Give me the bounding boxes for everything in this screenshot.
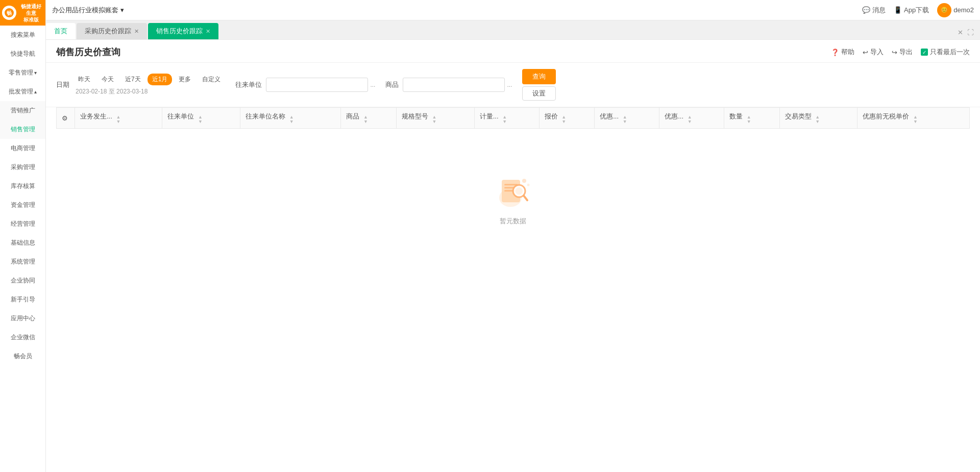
avatar-icon: 😊 — [941, 7, 948, 13]
action-buttons: 查询 设置 — [522, 69, 556, 101]
th-quote[interactable]: 报价 ▲▼ — [539, 108, 594, 129]
svg-point-11 — [527, 184, 530, 186]
checkbox-icon: ✓ — [921, 49, 928, 56]
sort-icon: ▲▼ — [747, 115, 751, 124]
date-btn-7days[interactable]: 近7天 — [120, 74, 145, 85]
th-pretax-price-label: 优惠前无税单价 — [863, 112, 909, 120]
sidebar-item-inventory[interactable]: 库存核算 — [0, 177, 45, 196]
help-icon: ❓ — [831, 49, 839, 56]
export-button[interactable]: ↪ 导出 — [892, 48, 913, 57]
th-biz-date[interactable]: 业务发生... ▲▼ — [75, 108, 162, 129]
date-range-text: 2023-02-18 至 2023-03-18 — [74, 87, 225, 96]
date-btn-more[interactable]: 更多 — [174, 74, 195, 85]
tab-sales-close[interactable]: ✕ — [206, 28, 210, 35]
th-partner-code-label: 往来单位 — [167, 112, 194, 120]
tab-sales[interactable]: 销售历史价跟踪 ✕ — [148, 23, 218, 39]
sidebar-item-sales-mgmt[interactable]: 销售管理 — [0, 120, 45, 139]
sidebar-item-search-menu[interactable]: 搜索菜单 — [0, 26, 45, 44]
table-header: ⚙ 业务发生... ▲▼ 往来单位 ▲▼ 往来单位名称 — [57, 108, 970, 129]
query-button[interactable]: 查询 — [522, 69, 556, 84]
date-filters: 昨天 今天 近7天 近1月 更多 自定义 2023-02-18 至 2023-0… — [74, 74, 225, 96]
product-ellipsis[interactable]: ... — [507, 81, 512, 88]
sort-icon: ▲▼ — [815, 115, 820, 124]
source-unit-filter-group: 往来单位 ... — [235, 78, 375, 92]
import-button[interactable]: ↩ 导入 — [863, 48, 884, 57]
source-unit-ellipsis[interactable]: ... — [370, 81, 375, 88]
product-filter-group: 商品 ... — [385, 78, 512, 92]
close-all-icon[interactable]: ✕ — [958, 29, 963, 36]
product-input[interactable] — [403, 78, 505, 92]
date-btn-1month[interactable]: 近1月 — [148, 74, 173, 85]
th-unit[interactable]: 计量... ▲▼ — [474, 108, 539, 129]
help-button[interactable]: ❓ 帮助 — [831, 48, 854, 57]
date-btn-row: 昨天 今天 近7天 近1月 更多 自定义 — [74, 74, 225, 85]
sidebar-item-wholesale-mgmt[interactable]: 批发管理 ▴ — [0, 82, 45, 101]
app-download-label: App下载 — [904, 6, 929, 15]
tab-home[interactable]: 首页 — [46, 23, 76, 39]
sort-icon: ▲▼ — [289, 115, 294, 124]
th-settings[interactable]: ⚙ — [57, 108, 75, 129]
filter-bar: 日期 昨天 今天 近7天 近1月 更多 自定义 2023-02-18 至 202… — [46, 63, 980, 107]
sort-icon: ▲▼ — [623, 115, 627, 124]
sidebar-item-finance-mgmt[interactable]: 资金管理 — [0, 196, 45, 215]
product-label: 商品 — [385, 80, 399, 89]
app-download-button[interactable]: 📱 App下载 — [894, 6, 929, 15]
sidebar-item-label: 应用中心 — [2, 314, 43, 323]
setting-button[interactable]: 设置 — [522, 86, 556, 101]
sidebar-item-ecom-mgmt[interactable]: 电商管理 — [0, 139, 45, 158]
sidebar-item-purchase-mgmt[interactable]: 采购管理 — [0, 158, 45, 177]
user-name: demo2 — [953, 6, 974, 14]
user-menu[interactable]: 😊 demo2 — [937, 3, 974, 17]
message-button[interactable]: 💬 消息 — [862, 6, 886, 15]
th-spec[interactable]: 规格型号 ▲▼ — [396, 108, 474, 129]
sidebar-item-ops-mgmt[interactable]: 经营管理 — [0, 215, 45, 233]
data-table: ⚙ 业务发生... ▲▼ 往来单位 ▲▼ 往来单位名称 — [56, 107, 970, 129]
th-trade-type-label: 交易类型 — [785, 112, 812, 120]
header-left: 办公用品行业模拟账套 ▾ — [52, 6, 124, 15]
tab-bar: 首页 采购历史价跟踪 ✕ 销售历史价跟踪 ✕ ✕ ⛶ — [46, 20, 980, 40]
sidebar-item-member-club[interactable]: 畅会员 — [0, 347, 45, 366]
sidebar-item-beginner-guide[interactable]: 新手引导 — [0, 290, 45, 309]
tab-purchase-close[interactable]: ✕ — [134, 28, 139, 35]
sidebar-item-sys-mgmt[interactable]: 系统管理 — [0, 252, 45, 271]
th-pretax-price[interactable]: 优惠前无税单价 ▲▼ — [857, 108, 970, 129]
th-product[interactable]: 商品 ▲▼ — [341, 108, 396, 129]
only-last-toggle[interactable]: ✓ 只看最后一次 — [921, 48, 970, 57]
th-discount2-label: 优惠... — [665, 112, 683, 120]
date-label: 日期 — [56, 80, 69, 89]
th-quantity[interactable]: 数量 ▲▼ — [724, 108, 779, 129]
sidebar-item-app-center[interactable]: 应用中心 — [0, 309, 45, 328]
sidebar-item-label: 零售管理 — [9, 68, 33, 77]
sidebar-item-marketing[interactable]: 营销推广 — [0, 101, 45, 120]
sidebar-item-label: 企业微信 — [2, 333, 43, 342]
th-discount1[interactable]: 优惠... ▲▼ — [595, 108, 659, 129]
date-btn-custom[interactable]: 自定义 — [198, 74, 225, 85]
maximize-icon[interactable]: ⛶ — [967, 29, 974, 36]
tab-home-label: 首页 — [54, 27, 67, 36]
source-unit-input[interactable] — [266, 78, 368, 92]
svg-point-8 — [516, 187, 523, 195]
th-trade-type[interactable]: 交易类型 ▲▼ — [779, 108, 857, 129]
sort-icon: ▲▼ — [116, 115, 120, 124]
sidebar-item-label: 采购管理 — [2, 163, 43, 172]
sidebar-item-enterprise-coop[interactable]: 企业协同 — [0, 271, 45, 290]
sidebar-item-enterprise-wechat[interactable]: 企业微信 — [0, 328, 45, 347]
help-label: 帮助 — [841, 48, 854, 57]
app-logo: 畅 畅捷通好生意 标准版 — [0, 0, 45, 26]
breadcrumb-dropdown[interactable]: 办公用品行业模拟账套 ▾ — [52, 6, 124, 15]
th-partner-code[interactable]: 往来单位 ▲▼ — [162, 108, 240, 129]
date-btn-today[interactable]: 今天 — [97, 74, 118, 85]
tab-purchase[interactable]: 采购历史价跟踪 ✕ — [77, 23, 147, 39]
th-partner-name[interactable]: 往来单位名称 ▲▼ — [240, 108, 341, 129]
page-actions: ❓ 帮助 ↩ 导入 ↪ 导出 ✓ 只看最后一次 — [831, 48, 970, 57]
avatar: 😊 — [937, 3, 951, 17]
th-discount2[interactable]: 优惠... ▲▼ — [659, 108, 724, 129]
top-header: 办公用品行业模拟账套 ▾ 💬 消息 📱 App下载 😊 demo2 — [46, 0, 980, 20]
sidebar-item-retail-mgmt[interactable]: 零售管理 ▾ — [0, 63, 45, 82]
logo-icon: 畅 — [2, 6, 16, 20]
tab-sales-label: 销售历史价跟踪 — [156, 27, 203, 36]
sidebar-item-label: 营销推广 — [2, 106, 43, 115]
sidebar-item-basic-info[interactable]: 基础信息 — [0, 233, 45, 252]
sidebar-item-quick-nav[interactable]: 快捷导航 — [0, 44, 45, 63]
date-btn-yesterday[interactable]: 昨天 — [74, 74, 95, 85]
